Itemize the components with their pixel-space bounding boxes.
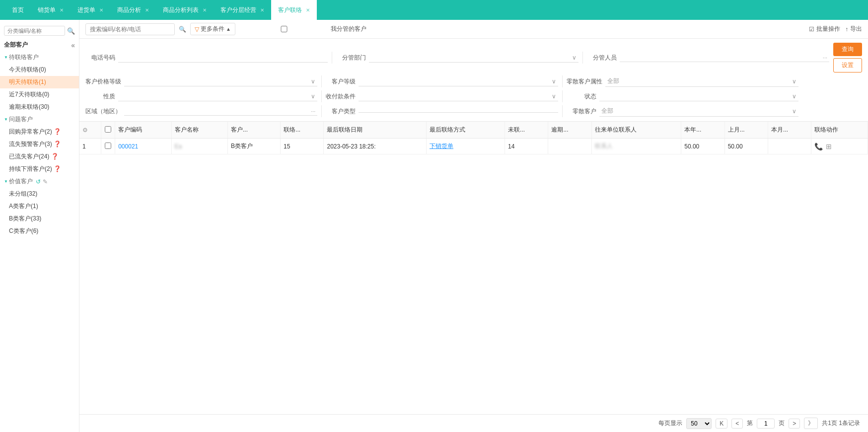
chevron-down-icon4: ∨: [792, 78, 796, 85]
pagination: 每页显示 50 20 100 K < 第 页 > 》 共1页 1条记录: [79, 414, 868, 432]
phone-action-icon[interactable]: 📞: [814, 143, 823, 150]
divider5: [321, 90, 322, 102]
sidebar-item-churned[interactable]: 已流失客户(24) ❓: [0, 150, 79, 163]
chevron-down-icon3: ∨: [552, 78, 556, 85]
sidebar-item-class-a[interactable]: A类客户(1): [0, 200, 79, 213]
select-all-checkbox[interactable]: [105, 126, 111, 133]
sidebar-item-7days[interactable]: 近7天待联络(0): [0, 88, 79, 101]
my-customers-checkbox-label[interactable]: 我分管的客户: [239, 25, 366, 33]
chevron-down-icon6: ∨: [552, 93, 556, 100]
phone-input[interactable]: [118, 53, 328, 63]
customer-level-select[interactable]: ∨: [359, 77, 558, 86]
td-checkbox: [101, 139, 115, 154]
more-conditions-btn[interactable]: ▽ 更多条件 ▲: [190, 23, 235, 35]
adv-filter-row1: 电话号码 分管部门 ∨ 分管人员 ···: [85, 43, 862, 72]
settings-icon[interactable]: ⚙: [82, 127, 88, 134]
chevron-icon: ▲: [226, 26, 231, 32]
divider6: [562, 90, 563, 102]
all-customers-header[interactable]: 全部客户 «: [0, 39, 79, 51]
sidebar-item-tomorrow[interactable]: 明天待联络(1): [0, 76, 79, 88]
divider3: [321, 75, 322, 87]
sidebar-item-abnormal-repurchase[interactable]: 回购异常客户(2) ❓: [0, 126, 79, 138]
th-last-month: 上月...: [724, 122, 768, 139]
nav-product-analysis[interactable]: 商品分析 ✕: [110, 0, 156, 20]
dept-select[interactable]: ∨: [369, 53, 579, 63]
filter-retail-attr: 零散客户属性 全部 ∨: [567, 76, 798, 87]
region-ellipsis[interactable]: ···: [311, 108, 315, 114]
nav-close-product-analysis[interactable]: ✕: [145, 7, 149, 13]
nav-sales-order[interactable]: 销货单 ✕: [31, 0, 71, 20]
next-page-btn[interactable]: >: [789, 419, 800, 429]
price-level-select[interactable]: ∨: [124, 77, 317, 86]
sidebar-search-area: 🔍: [0, 23, 79, 39]
divider7: [321, 105, 322, 117]
prev-page-btn[interactable]: <: [731, 419, 743, 429]
sidebar-item-class-b[interactable]: B类客户(33): [0, 213, 79, 225]
filter-payment: 收付款条件 ∨: [326, 92, 558, 101]
nav-close-customer-stratify[interactable]: ✕: [260, 7, 264, 13]
search-bar-icon[interactable]: 🔍: [179, 26, 186, 33]
main-layout: 🔍 全部客户 « ▼ 待联络客户 今天待联络(0) 明天待联络(1) 近7天待联…: [0, 20, 868, 432]
th-last-method: 最后联络方式: [427, 122, 505, 139]
sidebar-item-ungrouped[interactable]: 未分组(32): [0, 188, 79, 200]
nav-customer-stratify[interactable]: 客户分层经营 ✕: [214, 0, 271, 20]
adv-filter-row2: 客户价格等级 ∨ 客户等级 ∨ 零散客户属性: [85, 75, 862, 87]
retail-attr-select[interactable]: 全部 ∨: [605, 76, 798, 87]
nav-product-analysis-list[interactable]: 商品分析列表 ✕: [156, 0, 214, 20]
last-page-btn[interactable]: 》: [804, 418, 818, 429]
nav-close-product-analysis-list[interactable]: ✕: [203, 7, 207, 13]
th-this-month: 本月...: [768, 122, 811, 139]
my-customers-checkbox[interactable]: [239, 26, 329, 32]
grid-action-icon[interactable]: ⊞: [826, 143, 832, 150]
last-method-link[interactable]: 下销货单: [430, 143, 453, 149]
td-this-year: 50.00: [681, 139, 724, 154]
nature-select[interactable]: ∨: [118, 92, 317, 101]
region-select[interactable]: ···: [124, 107, 317, 116]
value-edit-icon[interactable]: ✎: [43, 178, 48, 185]
sidebar-collapse-icon[interactable]: «: [71, 41, 75, 49]
nav-close-sales-order[interactable]: ✕: [60, 7, 64, 13]
nav-close-purchase-order[interactable]: ✕: [99, 7, 103, 13]
payment-select[interactable]: ∨: [359, 92, 558, 101]
batch-ops-btn[interactable]: ☑ 批量操作: [809, 25, 840, 33]
td-no: 1: [79, 139, 101, 154]
status-select[interactable]: ∨: [599, 92, 798, 101]
th-code: 客户编码: [115, 122, 171, 139]
retail-customer-select[interactable]: 全部 ∨: [599, 106, 798, 117]
triangle-icon-pending: ▼: [4, 55, 8, 60]
value-refresh-icon[interactable]: ↺: [36, 178, 41, 185]
row-checkbox[interactable]: [105, 143, 111, 149]
per-page-select[interactable]: 50 20 100: [686, 418, 712, 429]
sidebar-search-input[interactable]: [4, 26, 65, 36]
sidebar-search-icon[interactable]: 🔍: [67, 27, 75, 35]
nav-customer-contact[interactable]: 客户联络 ✕: [271, 0, 317, 20]
set-button[interactable]: 设置: [833, 58, 862, 72]
export-btn[interactable]: ↑ 导出: [845, 25, 862, 33]
triangle-icon-problem: ▼: [4, 117, 8, 122]
sidebar-item-churn-warning[interactable]: 流失预警客户(3) ❓: [0, 138, 79, 150]
td-code[interactable]: 000021: [115, 139, 171, 154]
sidebar-item-overdue[interactable]: 逾期未联络(30): [0, 101, 79, 113]
first-page-btn[interactable]: K: [716, 419, 727, 429]
nav-close-customer-contact[interactable]: ✕: [306, 7, 310, 13]
th-this-year: 本年...: [681, 122, 724, 139]
divider1: [332, 52, 332, 64]
search-input[interactable]: [85, 23, 175, 35]
sidebar-item-class-c[interactable]: C类客户(6): [0, 225, 79, 237]
query-button[interactable]: 查询: [833, 43, 862, 56]
filter-bar-right: ☑ 批量操作 ↑ 导出: [809, 25, 862, 33]
table-row: 1 000021 Ea B类客户 15 2023-05-23 18:25: 下销…: [79, 139, 868, 154]
top-nav: 首页 销货单 ✕ 进货单 ✕ 商品分析 ✕ 商品分析列表 ✕ 客户分层经营 ✕ …: [0, 0, 868, 20]
manager-ellipsis[interactable]: ···: [823, 55, 827, 61]
sidebar-item-declining[interactable]: 持续下滑客户(2) ❓: [0, 163, 79, 175]
group-label-pending: ▼ 待联络客户: [0, 51, 79, 64]
row-actions-group: 📞 ⊞: [814, 143, 865, 150]
th-no-contact: 未联...: [505, 122, 548, 139]
sidebar-item-today[interactable]: 今天待联络(0): [0, 64, 79, 76]
nav-home[interactable]: 首页: [5, 0, 31, 20]
customer-type-select[interactable]: [359, 110, 558, 113]
filter-price-level: 客户价格等级 ∨: [85, 77, 317, 86]
page-number-input[interactable]: [757, 419, 775, 429]
nav-purchase-order[interactable]: 进货单 ✕: [71, 0, 110, 20]
manager-select[interactable]: ···: [620, 54, 829, 62]
